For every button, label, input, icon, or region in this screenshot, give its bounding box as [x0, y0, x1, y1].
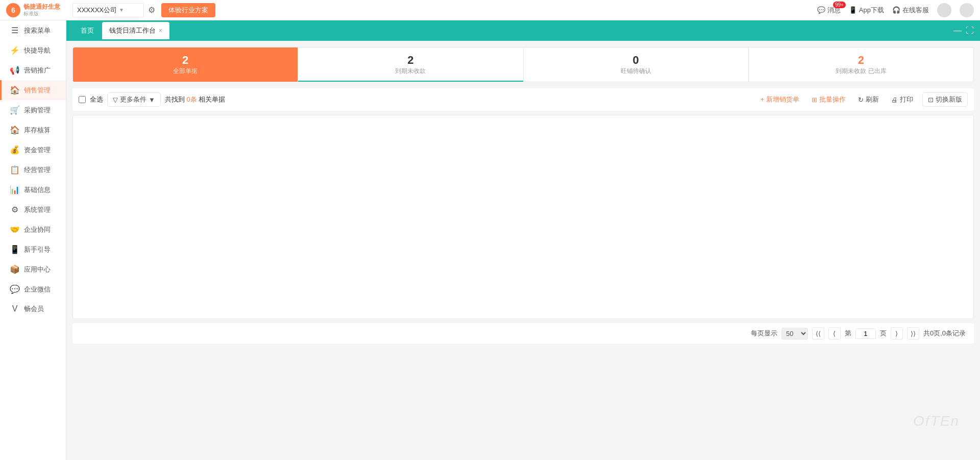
page-label: 第	[845, 329, 851, 338]
tab-minimize-button[interactable]: —	[953, 26, 962, 35]
found-count: 0条	[187, 95, 197, 103]
top-header: 6 畅捷通好生意 标准版 XXXXXX公司 ▼ ⚙ 体验行业方案 💬 消息 99…	[0, 0, 980, 20]
online-service-item[interactable]: 🎧 在线客服	[892, 6, 929, 15]
page-input[interactable]: 1	[855, 328, 876, 339]
select-all-checkbox[interactable]	[79, 96, 86, 103]
logo-icon: 6	[6, 3, 20, 17]
sidebar-item-basic-info[interactable]: 📊 基础信息	[0, 180, 66, 200]
tab-close-icon[interactable]: ×	[159, 27, 162, 34]
sidebar-item-label: 库存核算	[24, 126, 51, 135]
sidebar-item-label: 快捷导航	[24, 46, 51, 55]
sidebar-item-label: 新手引导	[24, 245, 51, 254]
sidebar-item-inventory[interactable]: 🏠 库存核算	[0, 120, 66, 140]
message-item[interactable]: 💬 消息 99+	[817, 6, 841, 15]
sidebar-item-vip[interactable]: V 畅会员	[0, 299, 66, 319]
tab-bar-actions: — ⛶	[953, 26, 974, 35]
logo-text: 畅捷通好生意 标准版	[23, 3, 60, 16]
sidebar-item-weixin[interactable]: 💬 企业微信	[0, 279, 66, 299]
print-button[interactable]: 🖨 打印	[888, 93, 916, 106]
system-icon: ⚙	[10, 205, 20, 214]
sidebar-item-label: 采购管理	[24, 106, 51, 115]
toolbar: 全选 ▽ 更多条件 ▼ 共找到 0条 相关单据 + 新增销货单 ⊞ 批量操作	[72, 88, 974, 111]
next-page-button[interactable]: ⟩	[891, 327, 903, 340]
content-area: 首页 钱货日清工作台 × — ⛶ 2 全部单据 2 到期未收款	[66, 20, 980, 460]
operation-icon: 📋	[10, 165, 20, 175]
sidebar-item-cooperation[interactable]: 🤝 企业协同	[0, 220, 66, 239]
filter-arrow-icon: ▼	[149, 96, 155, 104]
pagination: 每页显示 50 100 200 ⟨⟨ ⟨ 第 1 页 ⟩ ⟩⟩ 共0页,0条记录	[72, 323, 974, 344]
summary-tab-overdue[interactable]: 2 到期未收款	[298, 47, 523, 82]
logo-area: 6 畅捷通好生意 标准版	[6, 3, 72, 17]
tab-bar: 首页 钱货日清工作台 × — ⛶	[66, 20, 980, 41]
online-service-label: 在线客服	[902, 6, 929, 15]
message-badge: 99+	[833, 2, 846, 8]
sidebar-item-sales[interactable]: 🏠 销售管理	[0, 80, 66, 100]
cooperation-icon: 🤝	[10, 225, 20, 234]
first-page-button[interactable]: ⟨⟨	[812, 327, 824, 340]
settings-icon[interactable]: ⚙	[148, 5, 155, 15]
sidebar-item-label: 系统管理	[24, 205, 51, 214]
sidebar-item-label: 营销推广	[24, 66, 51, 75]
page-size-select[interactable]: 50 100 200	[781, 328, 808, 340]
toolbar-right: + 新增销货单 ⊞ 批量操作 ↻ 刷新 🖨 打印 ⊡	[757, 92, 968, 107]
prev-page-button[interactable]: ⟨	[828, 327, 841, 340]
header-right: 💬 消息 99+ 📱 App下载 🎧 在线客服	[817, 3, 974, 17]
summary-tab-all[interactable]: 2 全部单据	[73, 47, 298, 82]
select-all-label: 全选	[90, 95, 103, 104]
trial-button[interactable]: 体验行业方案	[161, 3, 215, 17]
company-dropdown-arrow: ▼	[119, 7, 124, 13]
sidebar-item-quick-nav[interactable]: ⚡ 快捷导航	[0, 40, 66, 60]
sidebar-item-guide[interactable]: 📱 新手引导	[0, 239, 66, 259]
sidebar-item-app-center[interactable]: 📦 应用中心	[0, 259, 66, 279]
batch-label: 批量操作	[819, 95, 846, 104]
tab-active[interactable]: 钱货日清工作台 ×	[102, 22, 169, 39]
batch-action-button[interactable]: ⊞ 批量操作	[808, 93, 849, 106]
found-text: 共找到 0条 相关单据	[165, 95, 225, 104]
basic-info-icon: 📊	[10, 185, 20, 195]
sidebar-item-label: 企业微信	[24, 285, 51, 294]
sales-icon: 🏠	[10, 85, 20, 95]
refresh-button[interactable]: ↻ 刷新	[855, 93, 882, 106]
data-table-area	[72, 115, 974, 319]
switch-label: 切换新版	[936, 95, 962, 104]
print-label: 打印	[900, 95, 913, 104]
summary-tab-shipped[interactable]: 2 到期未收款 已出库	[749, 47, 973, 82]
sidebar-item-search[interactable]: ☰ 搜索菜单	[0, 20, 66, 40]
app-download-icon: 📱	[849, 6, 857, 14]
sidebar-item-label: 销售管理	[24, 86, 51, 95]
filter-icon: ▽	[113, 96, 118, 104]
avatar[interactable]	[937, 3, 951, 17]
sidebar-item-operation[interactable]: 📋 经营管理	[0, 160, 66, 180]
online-service-icon: 🎧	[892, 6, 900, 14]
refresh-label: 刷新	[866, 95, 879, 104]
tab-expand-button[interactable]: ⛶	[966, 26, 974, 35]
found-suffix: 相关单据	[199, 95, 225, 103]
refresh-icon: ↻	[858, 96, 864, 104]
app-center-icon: 📦	[10, 264, 20, 274]
sidebar-item-label: 经营管理	[24, 165, 51, 175]
sidebar-item-finance[interactable]: 💰 资金管理	[0, 140, 66, 160]
tab-home[interactable]: 首页	[72, 22, 102, 39]
summary-tab-pending[interactable]: 0 旺铺待确认	[524, 47, 749, 82]
batch-icon: ⊞	[812, 96, 817, 104]
all-count: 2	[81, 54, 289, 67]
company-selector[interactable]: XXXXXX公司 ▼	[72, 3, 144, 17]
purchase-icon: 🛒	[10, 105, 20, 115]
sidebar-item-label: 搜索菜单	[24, 26, 51, 35]
app-download-label: App下载	[859, 6, 884, 15]
shipped-count: 2	[757, 54, 965, 67]
avatar-extra	[960, 3, 974, 17]
sidebar-item-purchase[interactable]: 🛒 采购管理	[0, 100, 66, 120]
overdue-label: 到期未收款	[395, 67, 426, 75]
filter-button[interactable]: ▽ 更多条件 ▼	[107, 92, 161, 107]
last-page-button[interactable]: ⟩⟩	[907, 327, 919, 340]
weixin-icon: 💬	[10, 284, 20, 294]
overdue-count: 2	[306, 54, 514, 67]
logo-sub: 标准版	[23, 11, 60, 17]
switch-version-button[interactable]: ⊡ 切换新版	[922, 92, 968, 107]
quick-nav-icon: ⚡	[10, 45, 20, 55]
sidebar-item-marketing[interactable]: 📢 营销推广	[0, 60, 66, 80]
new-sale-button[interactable]: + 新增销货单	[757, 93, 802, 106]
sidebar-item-system[interactable]: ⚙ 系统管理	[0, 200, 66, 220]
app-download-item[interactable]: 📱 App下载	[849, 6, 884, 15]
